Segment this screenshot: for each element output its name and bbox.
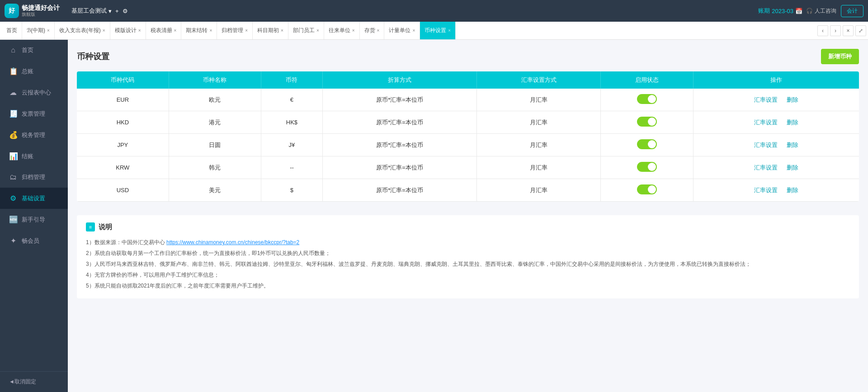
sidebar-collapse-button[interactable]: ◄取消固定 [0,371,68,392]
note-item: 5）系统只能自动抓取2021年度后的汇率，之前年度汇率需要用户手工维护。 [86,280,850,291]
tab-home[interactable]: 首页 [2,22,22,40]
tab-subjects[interactable]: 科目期初 × [253,22,288,40]
period-value: 2023-03 [772,8,793,14]
cell-calc: 原币*汇率=本位币 [322,89,477,111]
tab-unit[interactable]: 计量单位 × [384,22,420,40]
toggle-switch[interactable] [637,162,657,172]
add-icon[interactable]: + [115,8,119,14]
project-name: 基层工会测试 [71,7,107,15]
tab-inventory-label: 存货 [364,27,375,34]
cell-toggle[interactable] [601,179,693,202]
tab-archive-close[interactable]: × [245,28,248,33]
rate-setting-link[interactable]: 汇率设置 [754,164,778,171]
tab-unit-close[interactable]: × [412,28,415,33]
period-display: 账期 2023-03 📅 [758,7,802,15]
logo-icon: 好 [5,4,19,18]
sidebar-item-member[interactable]: ✦ 畅会员 [0,230,68,251]
top-right-actions: 🎧 人工咨询 会计 [806,5,863,17]
sidebar-item-home[interactable]: ⌂ 首页 [0,40,68,61]
delete-link[interactable]: 删除 [787,119,798,126]
sidebar-item-checkout[interactable]: 📊 结账 [0,146,68,167]
tab-tax-close[interactable]: × [174,28,177,33]
cell-actions: 汇率设置 删除 [693,179,859,202]
toggle-switch[interactable] [637,117,657,127]
sidebar-item-tax[interactable]: 💰 税务管理 [0,124,68,146]
tab-next-button[interactable]: › [830,25,841,36]
sidebar-item-invoice[interactable]: 🧾 发票管理 [0,103,68,124]
tab-closing-close[interactable]: × [209,28,212,33]
toggle-switch[interactable] [637,139,657,149]
tab-balance[interactable]: ℬ(中期) × [22,22,55,40]
tab-template-close[interactable]: × [138,28,141,33]
tab-income-label: 收入支出表(年报) [59,27,101,34]
tab-template[interactable]: 模版设计 × [110,22,146,40]
toggle-switch[interactable] [637,184,657,194]
cell-toggle[interactable] [601,134,693,156]
service-label: 人工咨询 [815,7,836,15]
delete-link[interactable]: 删除 [787,164,798,171]
tab-contacts[interactable]: 往来单位 × [324,22,360,40]
tab-prev-button[interactable]: ‹ [817,25,828,36]
sidebar-reports-label: 云报表中心 [22,89,51,97]
tab-archive[interactable]: 归档管理 × [217,22,253,40]
col-name: 币种名称 [169,71,261,89]
tab-bar: 首页 ℬ(中期) × 收入支出表(年报) × 模版设计 × 税表清册 × 期末结… [0,22,868,40]
sidebar-item-guide[interactable]: 🆕 新手引导 [0,209,68,230]
tab-contacts-label: 往来单位 [329,27,350,34]
table-row: USD 美元 $ 原币*汇率=本位币 月汇率 汇率设置 删除 [77,179,859,202]
toggle-switch[interactable] [637,94,657,104]
tab-currency[interactable]: 币种设置 × [420,22,456,40]
note-link[interactable]: https://www.chinamoney.com.cn/chinese/bk… [166,239,299,246]
calendar-icon[interactable]: 📅 [795,8,802,14]
rate-setting-link[interactable]: 汇率设置 [754,142,778,148]
sidebar-item-reports[interactable]: ☁ 云报表中心 [0,82,68,103]
delete-link[interactable]: 删除 [787,142,798,148]
tab-inventory[interactable]: 存货 × [360,22,385,40]
rate-setting-link[interactable]: 汇率设置 [754,119,778,126]
service-button[interactable]: 🎧 人工咨询 [806,7,836,15]
home-icon: ⌂ [9,46,17,54]
tab-inventory-close[interactable]: × [377,28,380,33]
rate-setting-link[interactable]: 汇率设置 [754,96,778,103]
tab-navigation: ‹ › × ⤢ [817,25,866,36]
tab-tax[interactable]: 税表清册 × [146,22,182,40]
note-title-text: 说明 [99,223,112,231]
sidebar-item-archive[interactable]: 🗂 归档管理 [0,167,68,188]
project-selector[interactable]: 基层工会测试 ▾ + ⚙ [71,7,755,15]
cell-toggle[interactable] [601,89,693,111]
sidebar-item-ledger[interactable]: 📋 总账 [0,61,68,82]
cell-symbol: € [261,89,322,111]
cell-code: KRW [77,156,169,179]
tab-subjects-close[interactable]: × [281,28,283,33]
delete-link[interactable]: 删除 [787,96,798,103]
tab-close-all-button[interactable]: × [843,25,854,36]
sidebar-item-settings[interactable]: ⚙ 基础设置 [0,188,68,209]
tab-income[interactable]: 收入支出表(年报) × [55,22,110,40]
delete-link[interactable]: 删除 [787,187,798,194]
tab-income-close[interactable]: × [103,28,105,33]
tab-closing[interactable]: 期末结转 × [181,22,217,40]
tab-dept-close[interactable]: × [316,28,319,33]
note-icon: ≡ [86,222,95,231]
settings-icon[interactable]: ⚙ [123,8,128,14]
currency-table: 币种代码 币种名称 币符 折算方式 汇率设置方式 启用状态 操作 EUR 欧元 … [77,71,859,202]
cell-toggle[interactable] [601,111,693,134]
tab-template-label: 模版设计 [115,27,137,34]
tab-currency-close[interactable]: × [448,28,451,33]
note-list: 1）数据来源：中国外汇交易中心 https://www.chinamoney.c… [86,237,850,291]
tab-contacts-close[interactable]: × [352,28,355,33]
cell-actions: 汇率设置 删除 [693,156,859,179]
table-header-row: 币种代码 币种名称 币符 折算方式 汇率设置方式 启用状态 操作 [77,71,859,89]
sidebar-ledger-label: 总账 [22,67,33,76]
tab-subjects-label: 科目期初 [257,27,279,34]
tab-maximize-button[interactable]: ⤢ [855,25,866,36]
cell-toggle[interactable] [601,156,693,179]
note-section: ≡ 说明 1）数据来源：中国外汇交易中心 https://www.chinamo… [77,215,859,298]
account-button[interactable]: 会计 [841,5,863,17]
tab-balance-close[interactable]: × [47,28,50,33]
tab-dept[interactable]: 部门员工 × [288,22,324,40]
new-currency-button[interactable]: 新增币种 [821,49,859,64]
sidebar-tax-label: 税务管理 [22,131,45,139]
rate-setting-link[interactable]: 汇率设置 [754,187,778,194]
cell-actions: 汇率设置 删除 [693,111,859,134]
